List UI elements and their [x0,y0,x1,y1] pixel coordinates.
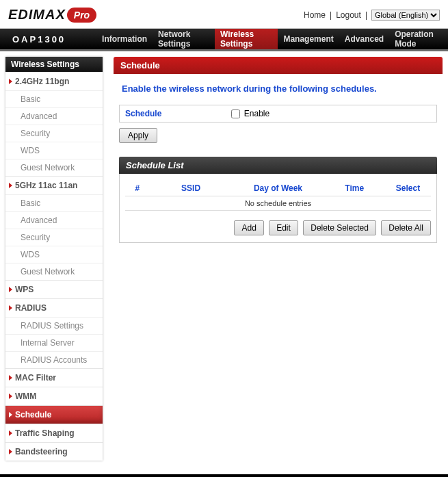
col-time: Time [324,181,385,196]
sidebar-section-5ghz-11ac-11an[interactable]: 5GHz 11ac 11an [5,176,103,194]
logout-link[interactable]: Logout [336,10,361,20]
apply-button[interactable]: Apply [119,128,157,143]
sidebar: Wireless Settings 2.4GHz 11bgnBasicAdvan… [5,57,103,461]
sidebar-sub-advanced[interactable]: Advanced [5,211,103,229]
sidebar-sub-basic[interactable]: Basic [5,90,103,107]
top-header: EDIMAX Pro Home | Logout | Global (Engli… [0,0,448,29]
sidebar-section-bandsteering[interactable]: Bandsteering [5,442,103,461]
nav-tab-operation-mode[interactable]: Operation Mode [389,29,448,49]
settings-table: Schedule Enable [119,105,437,123]
schedule-list-box: # SSID Day of Week Time Select No schedu… [119,174,437,243]
sidebar-section-radius[interactable]: RADIUS [5,298,103,317]
sidebar-sub-wds[interactable]: WDS [5,246,103,263]
schedule-list-header: Schedule List [119,157,437,174]
intro-text: Enable the wireless network during the f… [119,83,437,94]
enable-checkbox[interactable] [231,109,240,118]
sidebar-section-schedule[interactable]: Schedule [5,405,103,424]
delete-all-button[interactable]: Delete All [381,220,431,235]
black-strip [0,474,448,477]
top-right-controls: Home | Logout | Global (English) [304,10,440,21]
sidebar-section-wmm[interactable]: WMM [5,387,103,405]
enable-checkbox-wrap[interactable]: Enable [231,109,270,118]
sidebar-sub-security[interactable]: Security [5,125,103,142]
nav-tab-advanced[interactable]: Advanced [339,29,389,49]
schedule-setting-label: Schedule [120,105,226,123]
sidebar-sub-guest-network[interactable]: Guest Network [5,263,103,280]
sidebar-section-mac-filter[interactable]: MAC Filter [5,368,103,387]
sidebar-sub-advanced[interactable]: Advanced [5,107,103,125]
col-num: # [125,181,150,196]
logo-text: EDIMAX [8,7,66,23]
edit-button[interactable]: Edit [269,220,298,235]
panel-title: Schedule [114,57,443,74]
main-content: Schedule Enable the wireless network dur… [114,57,443,461]
nav-tab-information[interactable]: Information [96,29,153,49]
delete-selected-button[interactable]: Delete Selected [303,220,376,235]
sidebar-section-2-4ghz-11bgn[interactable]: 2.4GHz 11bgn [5,72,103,90]
add-button[interactable]: Add [234,220,263,235]
sidebar-sub-guest-network[interactable]: Guest Network [5,159,103,176]
home-link[interactable]: Home [304,10,326,20]
sidebar-sub-wds[interactable]: WDS [5,142,103,159]
enable-label: Enable [244,109,269,118]
nav-tab-wireless-settings[interactable]: Wireless Settings [215,29,278,49]
schedule-list-table: # SSID Day of Week Time Select No schedu… [125,181,431,211]
list-button-row: Add Edit Delete Selected Delete All [125,220,431,235]
logo: EDIMAX Pro [8,7,96,23]
col-select: Select [385,181,431,196]
sidebar-sub-radius-settings[interactable]: RADIUS Settings [5,317,103,334]
model-name: OAP1300 [0,34,96,44]
nav-tab-management[interactable]: Management [278,29,339,49]
sidebar-sub-radius-accounts[interactable]: RADIUS Accounts [5,351,103,368]
logo-pro-badge: Pro [67,8,96,23]
nav-bar: OAP1300 InformationNetwork SettingsWirel… [0,29,448,49]
language-select[interactable]: Global (English) [371,10,440,21]
sidebar-sub-internal-server[interactable]: Internal Server [5,334,103,351]
col-dow: Day of Week [232,181,324,196]
nav-tab-network-settings[interactable]: Network Settings [153,29,215,49]
sidebar-section-wps[interactable]: WPS [5,280,103,298]
empty-row: No schedule entries [125,196,431,211]
sidebar-sub-basic[interactable]: Basic [5,194,103,211]
col-ssid: SSID [150,181,233,196]
sidebar-title: Wireless Settings [5,57,103,72]
sidebar-section-traffic-shaping[interactable]: Traffic Shaping [5,424,103,442]
nav-tabs: InformationNetwork SettingsWireless Sett… [96,29,448,49]
sidebar-sub-security[interactable]: Security [5,229,103,246]
